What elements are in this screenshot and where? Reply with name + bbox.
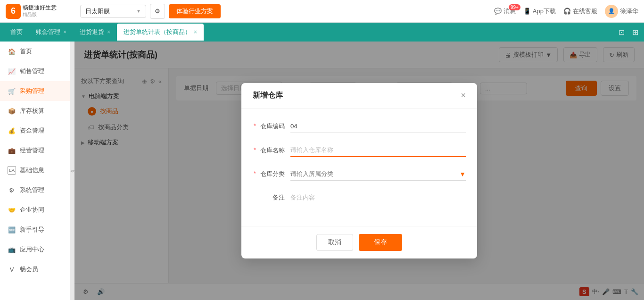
tab-account-close[interactable]: × [63, 29, 66, 35]
sidebar-item-purchase[interactable]: 🛒 采购管理 [0, 81, 70, 101]
guide-icon: 🆕 [8, 225, 16, 234]
form-row-category: 仓库分类 ▼ [253, 167, 466, 181]
tab-home[interactable]: 首页 [4, 24, 29, 41]
sidebar-item-home[interactable]: 🏠 首页 [0, 42, 70, 61]
top-header: 6 畅捷通好生意 精品版 日太阳膜 ▼ ⚙ 体验行业方案 💬 消息 99+ 📱 … [0, 0, 644, 23]
sidebar: 🏠 首页 📈 销售管理 🛒 采购管理 📦 库存核算 💰 资金管理 💼 经营管理 … [0, 42, 71, 300]
avatar: 👤 [605, 5, 618, 18]
modal-title: 新增仓库 [253, 91, 283, 100]
sidebar-item-sales[interactable]: 📈 销售管理 [0, 61, 70, 81]
message-icon: 💬 [494, 8, 502, 15]
online-service-button[interactable]: 🎧 在线客服 [563, 7, 597, 16]
code-label: 仓库编码 [253, 122, 290, 131]
modal-overlay: 新增仓库 × 仓库编码 仓库名称 仓库分类 [74, 42, 644, 300]
sidebar-label-inventory: 库存核算 [20, 107, 44, 115]
sidebar-item-guide[interactable]: 🆕 新手引导 [0, 220, 70, 240]
messages-badge: 99+ [509, 4, 520, 10]
sidebar-label-basic: 基础信息 [20, 166, 44, 175]
tab-purchase-return[interactable]: 进货退货 × [73, 24, 117, 41]
sidebar-label-guide: 新手引导 [20, 225, 44, 234]
finance-icon: 💰 [8, 126, 16, 135]
user-profile[interactable]: 👤 徐泽华 [605, 5, 638, 18]
form-row-name: 仓库名称 [253, 143, 466, 157]
headphone-icon: 🎧 [563, 8, 571, 15]
sidebar-label-finance: 资金管理 [20, 126, 44, 135]
settings-button[interactable]: ⚙ [150, 4, 165, 19]
inventory-icon: 📦 [8, 107, 16, 115]
store-name: 日太阳膜 [85, 7, 134, 16]
logo-icon: 6 [6, 4, 21, 19]
user-name: 徐泽华 [620, 7, 638, 16]
app-download-button[interactable]: 📱 App下载 [523, 7, 556, 16]
category-input[interactable] [290, 167, 459, 180]
basic-icon: EA [8, 166, 16, 175]
collab-icon: 🤝 [8, 206, 16, 214]
sidebar-item-system[interactable]: ⚙ 系统管理 [0, 180, 70, 200]
sidebar-item-inventory[interactable]: 📦 库存核算 [0, 101, 70, 121]
category-label: 仓库分类 [253, 170, 290, 178]
category-dropdown-icon[interactable]: ▼ [459, 170, 466, 178]
add-warehouse-modal: 新增仓库 × 仓库编码 仓库名称 仓库分类 [241, 83, 477, 258]
modal-close-button[interactable]: × [461, 91, 466, 100]
sidebar-label-system: 系统管理 [20, 186, 44, 194]
main-layout: 🏠 首页 📈 销售管理 🛒 采购管理 📦 库存核算 💰 资金管理 💼 经营管理 … [0, 42, 644, 300]
logo-area: 6 畅捷通好生意 精品版 [6, 4, 76, 19]
tab-account[interactable]: 账套管理 × [29, 24, 73, 41]
sidebar-label-home: 首页 [20, 47, 32, 56]
store-selector[interactable]: 日太阳膜 ▼ [80, 5, 146, 18]
sidebar-label-business: 经营管理 [20, 146, 44, 155]
name-label: 仓库名称 [253, 146, 290, 155]
sidebar-item-basic[interactable]: EA 基础信息 [0, 160, 70, 180]
code-input[interactable] [290, 120, 466, 133]
form-row-code: 仓库编码 [253, 120, 466, 133]
modal-body: 仓库编码 仓库名称 仓库分类 ▼ [241, 108, 477, 226]
sidebar-label-sales: 销售管理 [20, 67, 44, 75]
sidebar-label-vip: 畅会员 [20, 265, 38, 274]
sidebar-item-collab[interactable]: 🤝 企业协同 [0, 200, 70, 220]
cancel-button[interactable]: 取消 [316, 234, 353, 251]
logo-title: 畅捷通好生意 [23, 4, 57, 12]
tab-purchase-stat[interactable]: 进货单统计表（按商品） × [117, 24, 204, 41]
chevron-down-icon: ▼ [136, 8, 141, 14]
purchase-icon: 🛒 [8, 87, 16, 95]
sales-icon: 📈 [8, 67, 16, 75]
trial-button[interactable]: 体验行业方案 [169, 4, 221, 18]
tab-bar-right: ⊡ ⊞ [617, 26, 640, 39]
form-row-note: 备注 [253, 191, 466, 204]
tab-purchase-return-close[interactable]: × [107, 29, 110, 35]
modal-header: 新增仓库 × [241, 83, 477, 108]
tab-purchase-return-label: 进货退货 [80, 28, 104, 36]
sidebar-label-collab: 企业协同 [20, 206, 44, 214]
logo-sub: 精品版 [23, 11, 57, 18]
sidebar-label-apps: 应用中心 [20, 245, 44, 254]
app-download-label: App下载 [533, 7, 556, 16]
sidebar-item-vip[interactable]: V 畅会员 [0, 259, 70, 279]
tab-account-label: 账套管理 [36, 28, 60, 36]
content-area: 进货单统计(按商品) 🖨 按模板打印 ▼ 📤 导出 ↻ 刷新 [74, 42, 644, 300]
system-icon: ⚙ [8, 186, 16, 194]
tab-purchase-stat-label: 进货单统计表（按商品） [124, 28, 191, 36]
sidebar-label-purchase: 采购管理 [20, 87, 44, 95]
sidebar-item-business[interactable]: 💼 经营管理 [0, 141, 70, 160]
sidebar-collapse-button[interactable]: ≪ [71, 42, 74, 300]
header-right: 💬 消息 99+ 📱 App下载 🎧 在线客服 👤 徐泽华 [494, 5, 638, 18]
save-button[interactable]: 保存 [359, 234, 402, 251]
business-icon: 💼 [8, 146, 16, 155]
sidebar-item-finance[interactable]: 💰 资金管理 [0, 121, 70, 141]
vip-icon: V [8, 265, 16, 274]
tab-restore-button[interactable]: ⊡ [617, 26, 627, 39]
tab-expand-button[interactable]: ⊞ [630, 26, 640, 39]
tab-purchase-stat-close[interactable]: × [194, 29, 197, 35]
app-download-icon: 📱 [523, 8, 531, 15]
sidebar-item-apps[interactable]: 📺 应用中心 [0, 240, 70, 259]
home-icon: 🏠 [8, 47, 16, 56]
category-select[interactable]: ▼ [290, 167, 466, 181]
online-service-label: 在线客服 [573, 7, 597, 16]
name-input[interactable] [290, 143, 466, 157]
note-input[interactable] [290, 191, 466, 204]
tab-home-label: 首页 [10, 28, 23, 36]
apps-icon: 📺 [8, 245, 16, 254]
modal-footer: 取消 保存 [241, 226, 477, 258]
messages-button[interactable]: 💬 消息 99+ [494, 7, 516, 16]
note-label: 备注 [253, 193, 290, 202]
